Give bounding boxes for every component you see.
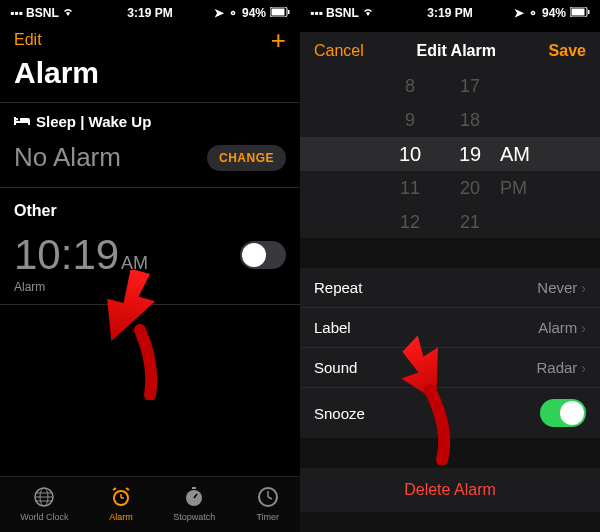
save-button[interactable]: Save: [549, 42, 586, 60]
tab-bar: World Clock Alarm Stopwatch Timer: [0, 476, 300, 532]
signal-carrier: ▪▪▪ BSNL: [310, 6, 374, 20]
edit-button[interactable]: Edit: [14, 31, 42, 49]
other-section-header: Other: [0, 188, 300, 226]
option-snooze: Snooze: [300, 388, 600, 438]
picker-hours-column[interactable]: 7 8 9 10 11 12: [380, 70, 440, 238]
nav-bar: Edit +: [0, 22, 300, 54]
alarm-list-screen: ▪▪▪ BSNL 3:19 PM ➤ ⚬ 94% Edit + Alarm Sl…: [0, 0, 300, 532]
status-bar: ▪▪▪ BSNL 3:19 PM ➤ ⚬ 94%: [300, 0, 600, 22]
picker-ampm-column[interactable]: AM PM: [500, 137, 560, 205]
tab-alarm[interactable]: Alarm: [109, 485, 133, 522]
signal-carrier: ▪▪▪ BSNL: [10, 6, 74, 20]
sleep-alarm-row: No Alarm CHANGE: [0, 138, 300, 187]
sleep-section-header: Sleep | Wake Up: [0, 103, 300, 138]
tab-stopwatch[interactable]: Stopwatch: [173, 485, 215, 522]
svg-line-12: [113, 488, 116, 490]
alarm-clock-icon: [109, 485, 133, 509]
bed-icon: [14, 113, 30, 130]
signal-icon: ▪▪▪: [10, 6, 23, 20]
alarm-label: Alarm: [0, 280, 300, 304]
stopwatch-icon: [182, 485, 206, 509]
svg-rect-1: [272, 9, 285, 16]
change-button[interactable]: CHANGE: [207, 145, 286, 171]
status-right: ➤ ⚬ 94%: [514, 6, 590, 20]
status-time: 3:19 PM: [427, 6, 472, 20]
tab-timer[interactable]: Timer: [256, 485, 280, 522]
option-sound[interactable]: Sound Radar›: [300, 348, 600, 388]
wifi-icon: [362, 6, 374, 20]
sheet-title: Edit Alarm: [417, 42, 496, 60]
svg-line-13: [126, 488, 129, 490]
wifi-icon: [62, 6, 74, 20]
battery-icon: [570, 6, 590, 20]
status-time: 3:19 PM: [127, 6, 172, 20]
alarm-toggle[interactable]: [240, 241, 286, 269]
timer-icon: [256, 485, 280, 509]
location-icon: ➤: [214, 6, 224, 20]
battery-icon: [270, 6, 290, 20]
tab-world-clock[interactable]: World Clock: [20, 485, 68, 522]
chevron-right-icon: ›: [581, 280, 586, 296]
add-alarm-button[interactable]: +: [271, 30, 286, 50]
option-repeat[interactable]: Repeat Never›: [300, 268, 600, 308]
page-title: Alarm: [0, 54, 300, 102]
chevron-right-icon: ›: [581, 320, 586, 336]
picker-minutes-column[interactable]: 16 17 18 19 20 21: [440, 70, 500, 238]
signal-icon: ▪▪▪: [310, 6, 323, 20]
alarm-item[interactable]: 10:19AM: [0, 226, 300, 280]
svg-line-19: [268, 497, 272, 499]
edit-alarm-screen: ▪▪▪ BSNL 3:19 PM ➤ ⚬ 94% Cancel Edit Ala…: [300, 0, 600, 532]
status-right: ➤ ⚬ 94%: [214, 6, 290, 20]
globe-icon: [32, 485, 56, 509]
snooze-toggle[interactable]: [540, 399, 586, 427]
svg-rect-2: [288, 10, 290, 14]
time-picker[interactable]: 7 8 9 10 11 12 16 17 18 19 20 21 AM PM: [300, 70, 600, 238]
svg-rect-22: [588, 10, 590, 14]
delete-alarm-button[interactable]: Delete Alarm: [300, 468, 600, 512]
option-label[interactable]: Label Alarm›: [300, 308, 600, 348]
no-alarm-label: No Alarm: [14, 142, 121, 173]
svg-rect-15: [192, 487, 196, 489]
svg-rect-21: [572, 9, 585, 16]
alarm-options-list: Repeat Never› Label Alarm› Sound Radar› …: [300, 268, 600, 438]
sheet-nav-bar: Cancel Edit Alarm Save: [300, 32, 600, 70]
status-bar: ▪▪▪ BSNL 3:19 PM ➤ ⚬ 94%: [0, 0, 300, 22]
alarm-time: 10:19AM: [14, 231, 148, 278]
location-icon: ➤: [514, 6, 524, 20]
chevron-right-icon: ›: [581, 360, 586, 376]
cancel-button[interactable]: Cancel: [314, 42, 364, 60]
